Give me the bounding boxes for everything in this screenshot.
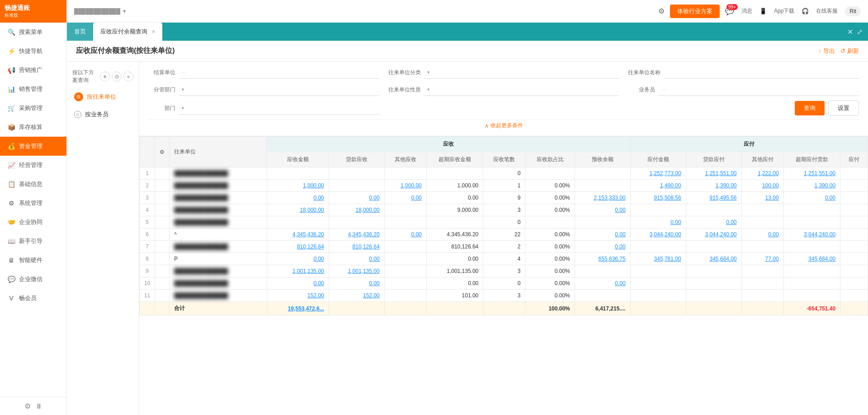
salesperson-input[interactable]: ··· [659, 83, 859, 96]
cell-3-11[interactable]: 915,495.56 [686, 192, 741, 204]
total-ar-amount[interactable]: 19,553,472,6... [267, 302, 329, 315]
cell-6-10[interactable]: 3,044,240.00 [630, 229, 686, 241]
cell-10-3[interactable]: 0.00 [267, 277, 329, 290]
total-ar-loan [329, 302, 384, 315]
message-label[interactable]: 消息 [741, 7, 752, 15]
cell-1-13[interactable]: 1,251,551.00 [783, 167, 840, 180]
th-settings[interactable]: ⚙ [155, 137, 170, 167]
app-download-label[interactable]: App下载 [774, 7, 794, 15]
online-service-label[interactable]: 在线客服 [816, 7, 838, 15]
sidebar-item-8[interactable]: 📋基础信息 [0, 175, 66, 194]
app-download-icon[interactable]: 📱 [760, 8, 767, 14]
cell-11-3[interactable]: 152.00 [267, 290, 329, 302]
cell-9-3[interactable]: 1,001,135.00 [267, 265, 329, 277]
cell-3-9[interactable]: 2,153,333.00 [575, 192, 630, 204]
nav-item-salesperson[interactable]: ⊙ 按业务员 [67, 106, 139, 123]
sidebar-item-7[interactable]: 📈经营管理 [0, 156, 66, 175]
settings-icon[interactable]: ⚙ [24, 402, 31, 410]
partner-nature-input[interactable]: ▾ [425, 83, 619, 96]
cell-2-3[interactable]: 1,000.00 [267, 180, 329, 192]
cell-8-9[interactable]: 655,636.75 [575, 253, 630, 265]
cell-3-10[interactable]: 915,508.56 [630, 192, 686, 204]
cell-3-5[interactable]: 0.00 [384, 192, 426, 204]
cell-6-9[interactable]: 0.00 [575, 229, 630, 241]
user-label[interactable]: Rit [845, 6, 861, 16]
expand-icon[interactable]: ⤢ [857, 28, 863, 36]
cell-8-12[interactable]: 77.00 [741, 253, 783, 265]
gear-icon[interactable]: ⚙ [658, 7, 665, 15]
cell-10-9[interactable]: 0.00 [575, 277, 630, 290]
cell-6-13[interactable]: 3,044,240.00 [783, 229, 840, 241]
sidebar-item-0[interactable]: 🔍搜索菜单 [0, 23, 66, 42]
cell-10-4[interactable]: 0.00 [329, 277, 384, 290]
online-service-icon[interactable]: 🎧 [802, 8, 809, 14]
sidebar-item-12[interactable]: 🖥智能硬件 [0, 251, 66, 270]
cell-4-3[interactable]: 18,000.00 [267, 204, 329, 216]
cell-6-11[interactable]: 3,044,240.00 [686, 229, 741, 241]
cell-2-13[interactable]: 1,390.00 [783, 180, 840, 192]
cell-7-1 [155, 241, 170, 253]
cell-5-11[interactable]: 0.00 [686, 216, 741, 229]
cell-3-12[interactable]: 13.00 [741, 192, 783, 204]
tab-receivable[interactable]: 应收应付余额查询 × [93, 23, 162, 41]
cell-2-5[interactable]: 1,000.00 [384, 180, 426, 192]
dept-input[interactable]: ▾ [179, 83, 379, 96]
cell-2-10[interactable]: 1,490.00 [630, 180, 686, 192]
add-scheme-button[interactable]: + [100, 72, 110, 81]
cell-8-13[interactable]: 345,684.00 [783, 253, 840, 265]
sidebar-item-2[interactable]: 📢营销推广 [0, 61, 66, 80]
message-icon[interactable]: 💬 99+ [725, 7, 734, 15]
department-input[interactable]: ▾ [179, 102, 379, 114]
cell-3-13[interactable]: 0.00 [783, 192, 840, 204]
promo-button[interactable]: 体验行业方案 [670, 5, 720, 18]
cell-11-4[interactable]: 152.00 [329, 290, 384, 302]
sidebar-item-11[interactable]: 📖新手引导 [0, 232, 66, 251]
tab-close-icon[interactable]: × [152, 29, 155, 35]
settlement-input[interactable]: ··· [179, 66, 379, 79]
tab-home[interactable]: 首页 [67, 23, 93, 41]
cell-4-4[interactable]: 18,000.00 [329, 204, 384, 216]
cell-6-4[interactable]: 4,345,436.20 [329, 229, 384, 241]
sidebar-item-3[interactable]: 📊销售管理 [0, 80, 66, 99]
sidebar-item-10[interactable]: 🤝企业协同 [0, 213, 66, 232]
cell-7-3[interactable]: 810,126.64 [267, 241, 329, 253]
setting-button[interactable]: 设置 [828, 100, 859, 116]
nav-item-partner[interactable]: 按 按往来单位 [67, 88, 139, 106]
cell-8-3[interactable]: 0.00 [267, 253, 329, 265]
sidebar-item-9[interactable]: ⚙系统管理 [0, 194, 66, 213]
collapse-more-btn[interactable]: ∧ 收起更多条件 [148, 119, 859, 131]
partner-cat-input[interactable]: ▾ [425, 66, 619, 79]
sidebar-item-13[interactable]: 💬企业微信 [0, 270, 66, 289]
cell-8-11[interactable]: 345,684.00 [686, 253, 741, 265]
sidebar-item-5[interactable]: 📦库存核算 [0, 118, 66, 137]
sidebar-item-4[interactable]: 🛒采购管理 [0, 99, 66, 118]
cell-7-9[interactable]: 0.00 [575, 241, 630, 253]
cell-7-4[interactable]: 810,126.64 [329, 241, 384, 253]
cell-6-12[interactable]: 0.00 [741, 229, 783, 241]
sidebar-item-6[interactable]: 💰资金管理 [0, 137, 66, 156]
partner-name-input[interactable] [664, 66, 859, 79]
sidebar-item-1[interactable]: ⚡快捷导航 [0, 42, 66, 61]
cell-8-4[interactable]: 0.00 [329, 253, 384, 265]
cell-9-4[interactable]: 1,001,135.00 [329, 265, 384, 277]
cell-6-3[interactable]: 4,345,436.20 [267, 229, 329, 241]
cell-1-12[interactable]: 1,222.00 [741, 167, 783, 180]
cell-8-10[interactable]: 345,761.00 [630, 253, 686, 265]
cell-4-9[interactable]: 0.00 [575, 204, 630, 216]
query-button[interactable]: 查询 [795, 101, 825, 115]
cell-2-11[interactable]: 1,390.00 [686, 180, 741, 192]
cell-5-10[interactable]: 0.00 [630, 216, 686, 229]
cell-2-12[interactable]: 100.00 [741, 180, 783, 192]
export-button[interactable]: ↑ 导出 [819, 47, 835, 55]
sidebar-item-14[interactable]: V畅会员 [0, 289, 66, 308]
scheme-collapse-button[interactable]: « [123, 72, 133, 81]
collapse-icon[interactable]: ⏸ [35, 402, 42, 410]
cell-3-3[interactable]: 0.00 [267, 192, 329, 204]
cell-3-4[interactable]: 0.00 [329, 192, 384, 204]
refresh-button[interactable]: ↺ 刷新 [840, 47, 859, 55]
cell-1-11[interactable]: 1,251,551.00 [686, 167, 741, 180]
cell-1-10[interactable]: 1,252,773.00 [630, 167, 686, 180]
cell-6-5[interactable]: 0.00 [384, 229, 426, 241]
close-window-icon[interactable]: ✕ [847, 28, 853, 36]
scheme-settings-button[interactable]: ⊙ [112, 72, 122, 81]
